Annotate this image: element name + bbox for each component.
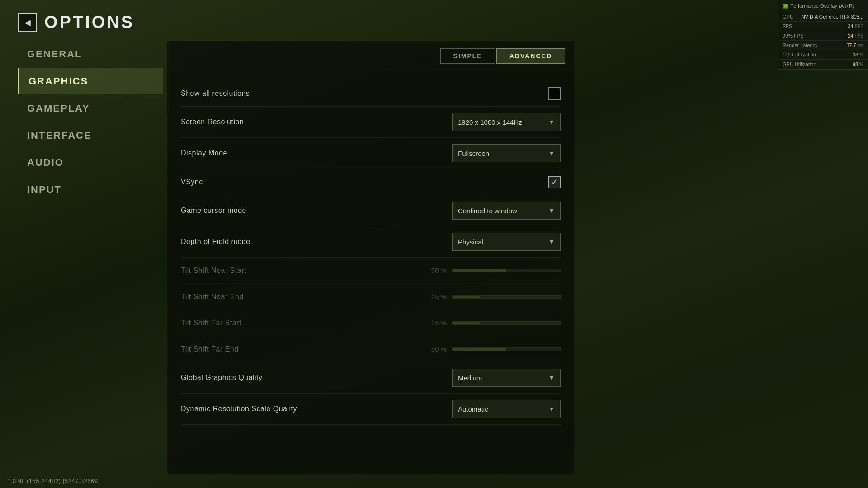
perf-overlay-title: Performance Overlay (Alt+R) (790, 3, 854, 9)
sidebar-item-general[interactable]: GENERAL (18, 41, 163, 67)
perf-overlay: ▣ Performance Overlay (Alt+R) GPU NVIDIA… (778, 0, 868, 70)
global-graphics-quality-chevron-icon: ▼ (548, 374, 555, 381)
perf-label-gpu-util: GPU Utilization (783, 61, 816, 67)
vsync-checkbox[interactable]: ✓ (548, 176, 561, 188)
tilt-shift-near-end-label: Tilt Shift Near End (181, 293, 244, 301)
depth-of-field-chevron-icon: ▼ (548, 238, 555, 245)
header: ◀ OPTIONS (0, 0, 868, 41)
global-graphics-quality-label: Global Graphics Quality (181, 374, 262, 382)
sidebar-item-interface[interactable]: INTERFACE (18, 122, 163, 149)
setting-game-cursor-mode: Game cursor mode Confined to window ▼ (181, 195, 561, 226)
tilt-shift-near-end-fill (453, 296, 480, 298)
game-cursor-mode-value: Confined to window (458, 207, 517, 215)
display-mode-chevron-icon: ▼ (548, 150, 555, 157)
setting-display-mode: Display Mode Fullscreen ▼ (181, 138, 561, 169)
setting-tilt-shift-near-start: Tilt Shift Near Start 50 % (181, 258, 561, 284)
nvidia-icon: ▣ (783, 3, 788, 9)
perf-value-gpu-util: 98 % (853, 61, 863, 67)
tilt-shift-far-end-slider[interactable] (452, 347, 561, 351)
setting-tilt-shift-far-end: Tilt Shift Far End 50 % (181, 336, 561, 362)
sidebar-item-gameplay[interactable]: GAMEPLAY (18, 95, 163, 122)
perf-row-gpu: GPU NVIDIA GeForce RTX 305... (778, 12, 868, 22)
tilt-shift-near-start-label: Tilt Shift Near Start (181, 267, 246, 275)
setting-global-graphics-quality: Global Graphics Quality Medium ▼ (181, 362, 561, 394)
content-area: GENERAL GRAPHICS GAMEPLAY INTERFACE AUDI… (0, 41, 868, 488)
main-container: ◀ OPTIONS GENERAL GRAPHICS GAMEPLAY INTE… (0, 0, 868, 488)
tilt-shift-far-end-control: 50 % (428, 345, 561, 353)
fps-unit: FPS (855, 24, 863, 29)
perf-row-fps: FPS 34 FPS (778, 22, 868, 31)
dynamic-resolution-scale-quality-chevron-icon: ▼ (548, 405, 555, 413)
vsync-control: ✓ (548, 176, 561, 188)
tilt-shift-far-start-slider[interactable] (452, 321, 561, 325)
perf-row-cpu: CPU Utilization 36 % (778, 50, 868, 60)
vsync-checkmark-icon: ✓ (551, 178, 558, 186)
perf-label-99fps: 99% FPS (783, 33, 803, 38)
display-mode-dropdown[interactable]: Fullscreen ▼ (452, 144, 561, 162)
dynamic-resolution-scale-quality-value: Automatic (458, 405, 488, 413)
tilt-shift-near-start-slider[interactable] (452, 269, 561, 272)
depth-of-field-value: Physical (458, 238, 483, 246)
tab-simple[interactable]: SIMPLE (440, 48, 495, 64)
perf-label-cpu: CPU Utilization (783, 52, 816, 57)
perf-label-gpu: GPU (783, 14, 793, 19)
tilt-shift-near-start-fill (453, 269, 506, 272)
show-all-resolutions-label: Show all resolutions (181, 89, 250, 98)
tilt-shift-far-end-fill (453, 348, 506, 351)
tilt-shift-near-start-pct: 50 % (428, 267, 447, 274)
perf-row-gpu-util: GPU Utilization 98 % (778, 60, 868, 69)
game-cursor-mode-dropdown[interactable]: Confined to window ▼ (452, 202, 561, 220)
tilt-shift-far-end-label: Tilt Shift Far End (181, 345, 239, 353)
setting-depth-of-field: Depth of Field mode Physical ▼ (181, 226, 561, 258)
back-button[interactable]: ◀ (18, 13, 37, 32)
perf-value-cpu: 36 % (853, 52, 863, 57)
sidebar-item-graphics[interactable]: GRAPHICS (18, 68, 163, 94)
perf-row-99fps: 99% FPS 24 FPS (778, 31, 868, 41)
global-graphics-quality-dropdown[interactable]: Medium ▼ (452, 369, 561, 387)
perf-overlay-header: ▣ Performance Overlay (Alt+R) (778, 0, 868, 12)
setting-vsync: VSync ✓ (181, 169, 561, 195)
setting-tilt-shift-far-start: Tilt Shift Far Start 25 % (181, 310, 561, 336)
tilt-shift-near-end-pct: 25 % (428, 293, 447, 300)
depth-of-field-dropdown[interactable]: Physical ▼ (452, 233, 561, 251)
tilt-shift-far-start-fill (453, 322, 480, 324)
perf-value-fps: 34 FPS (848, 23, 863, 29)
tilt-shift-far-end-pct: 50 % (428, 345, 447, 353)
display-mode-value: Fullscreen (458, 150, 489, 157)
setting-screen-resolution: Screen Resolution 868 x 488 x 144Hz ▼ (181, 107, 561, 138)
perf-label-fps: FPS (783, 23, 792, 29)
page-title: OPTIONS (44, 13, 134, 32)
show-all-resolutions-checkbox[interactable] (548, 87, 561, 100)
sidebar-item-audio[interactable]: AUDIO (18, 150, 163, 176)
setting-show-all-resolutions: Show all resolutions (181, 80, 561, 107)
depth-of-field-label: Depth of Field mode (181, 238, 250, 246)
settings-scroll[interactable]: Show all resolutions Screen Resolution 1… (167, 71, 574, 474)
tilt-shift-far-start-control: 25 % (428, 319, 561, 327)
99fps-unit: FPS (855, 33, 863, 38)
sidebar: GENERAL GRAPHICS GAMEPLAY INTERFACE AUDI… (18, 41, 163, 474)
tilt-shift-near-end-control: 25 % (428, 293, 561, 300)
dynamic-resolution-scale-quality-label: Dynamic Resolution Scale Quality (181, 405, 297, 413)
display-mode-label: Display Mode (181, 149, 227, 157)
perf-value-99fps: 24 FPS (848, 33, 863, 38)
screen-resolution-chevron-icon: ▼ (548, 118, 555, 126)
setting-tilt-shift-near-end: Tilt Shift Near End 25 % (181, 284, 561, 310)
tilt-shift-far-start-pct: 25 % (428, 319, 447, 327)
cpu-unit: % (859, 52, 863, 57)
screen-resolution-value: 868 x 488 x 144Hz (458, 118, 522, 126)
perf-row-render-latency: Render Latency 37.7 ms (778, 41, 868, 50)
settings-panel: SIMPLE ADVANCED Show all resolutions Scr (167, 41, 574, 474)
perf-value-gpu: NVIDIA GeForce RTX 305... (802, 14, 863, 19)
tilt-shift-near-end-slider[interactable] (452, 295, 561, 299)
render-latency-unit: ms (858, 43, 863, 48)
tab-bar: SIMPLE ADVANCED (167, 41, 574, 71)
dynamic-resolution-scale-quality-dropdown[interactable]: Automatic ▼ (452, 400, 561, 418)
game-cursor-mode-label: Game cursor mode (181, 206, 246, 215)
tab-advanced[interactable]: ADVANCED (496, 48, 565, 64)
tilt-shift-near-start-control: 50 % (428, 267, 561, 274)
screen-resolution-dropdown[interactable]: 868 x 488 x 144Hz ▼ (452, 113, 561, 131)
perf-value-render-latency: 37.7 ms (846, 42, 863, 48)
sidebar-item-input[interactable]: INPUT (18, 177, 163, 203)
show-all-resolutions-control (548, 87, 561, 100)
version-bar: 1.0.9fl (155.24482) [5247.32669] (0, 474, 107, 488)
